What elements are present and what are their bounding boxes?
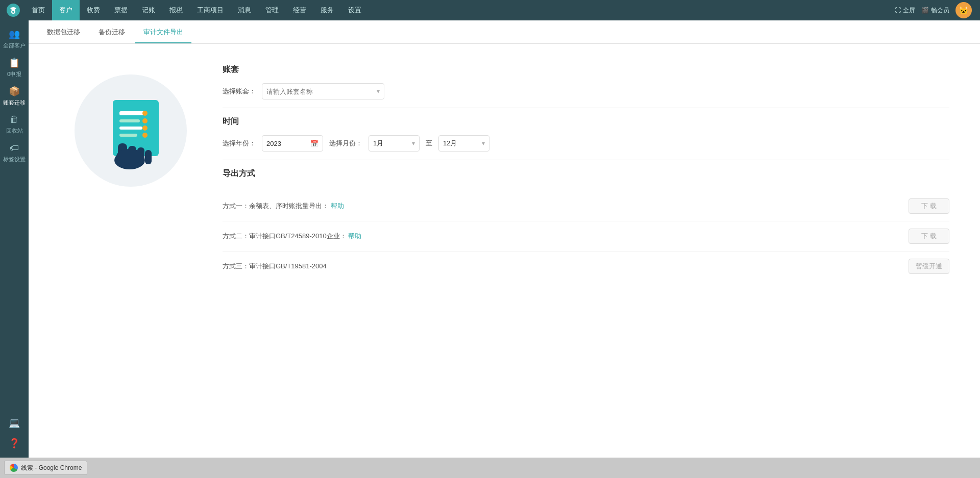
year-value: 2023 bbox=[266, 140, 281, 147]
svg-point-10 bbox=[142, 125, 148, 131]
nav-business[interactable]: 工商项目 bbox=[190, 0, 231, 20]
month-end-select[interactable]: 12月 ▾ bbox=[438, 135, 489, 152]
sidebar-item-migrate[interactable]: 📦 账套迁移 bbox=[0, 82, 29, 110]
tab-data-migrate[interactable]: 数据包迁移 bbox=[39, 22, 88, 43]
time-section-title: 时间 bbox=[223, 116, 949, 127]
svg-point-17 bbox=[116, 149, 143, 163]
sidebar-item-recycle[interactable]: 🗑 回收站 bbox=[0, 110, 29, 139]
export-method-2-label: 方式二：审计接口GB/T24589-2010企业： bbox=[223, 232, 347, 240]
svg-point-2 bbox=[12, 11, 14, 13]
export-method-1-help[interactable]: 帮助 bbox=[331, 202, 344, 210]
app-logo[interactable] bbox=[4, 1, 22, 19]
member-icon: 🎬 bbox=[921, 7, 929, 14]
illustration-svg bbox=[90, 85, 172, 177]
export-method-1-desc: 方式一：余额表、序时账批量导出： 帮助 bbox=[223, 202, 344, 211]
nav-items: 首页 客户 收费 票据 记账 报税 工商项目 消息 管理 经营 服务 设置 bbox=[24, 0, 895, 20]
taskbar: 线索 - Google Chrome bbox=[0, 458, 980, 478]
sidebar-bottom: 💻 ❓ bbox=[6, 415, 22, 458]
sidebar-item-tag-settings[interactable]: 🏷 标签设置 bbox=[0, 139, 29, 167]
svg-point-9 bbox=[142, 118, 148, 123]
account-row: 选择账套： ▾ bbox=[223, 83, 949, 99]
sidebar-bottom-icon-2[interactable]: ❓ bbox=[6, 435, 22, 451]
nav-bookkeeping[interactable]: 记账 bbox=[135, 0, 162, 20]
account-section-title: 账套 bbox=[223, 64, 949, 75]
nav-home[interactable]: 首页 bbox=[24, 0, 52, 20]
tag-icon: 🏷 bbox=[10, 143, 19, 154]
top-nav: 首页 客户 收费 票据 记账 报税 工商项目 消息 管理 经营 服务 设置 ⛶ … bbox=[0, 0, 980, 20]
tab-audit-export[interactable]: 审计文件导出 bbox=[135, 22, 191, 43]
illustration-circle bbox=[75, 74, 187, 187]
sidebar-bottom-icon-1[interactable]: 💻 bbox=[6, 415, 22, 431]
main-layout: 👥 全部客户 📋 0申报 📦 账套迁移 🗑 回收站 🏷 标签设置 💻 ❓ 数据包… bbox=[0, 20, 980, 458]
migrate-icon: 📦 bbox=[9, 86, 20, 97]
nav-manage[interactable]: 管理 bbox=[258, 0, 286, 20]
nav-service[interactable]: 服务 bbox=[313, 0, 341, 20]
month-end-value: 12月 bbox=[443, 139, 457, 148]
taskbar-label: 线索 - Google Chrome bbox=[21, 464, 82, 472]
nav-settings[interactable]: 设置 bbox=[341, 0, 369, 20]
clients-icon: 👥 bbox=[9, 29, 20, 40]
sidebar: 👥 全部客户 📋 0申报 📦 账套迁移 🗑 回收站 🏷 标签设置 💻 ❓ bbox=[0, 20, 29, 458]
svg-rect-6 bbox=[119, 127, 142, 130]
export-method-2-help[interactable]: 帮助 bbox=[348, 232, 361, 240]
temp-button[interactable]: 暂缓开通 bbox=[909, 259, 949, 274]
svg-rect-7 bbox=[119, 134, 137, 137]
account-label: 选择账套： bbox=[223, 87, 256, 96]
month-start-value: 1月 bbox=[373, 139, 383, 148]
download-button-2[interactable]: 下 载 bbox=[909, 229, 949, 244]
export-method-1: 方式一：余额表、序时账批量导出： 帮助 下 载 bbox=[223, 191, 949, 221]
nav-client[interactable]: 客户 bbox=[52, 0, 80, 20]
month-start-chevron-icon: ▾ bbox=[412, 140, 415, 147]
sidebar-item-all-clients[interactable]: 👥 全部客户 bbox=[0, 24, 29, 53]
export-method-3: 方式三：审计接口GB/T19581-2004 暂缓开通 bbox=[223, 251, 949, 281]
export-method-2-desc: 方式二：审计接口GB/T24589-2010企业： 帮助 bbox=[223, 232, 361, 241]
content-area: 数据包迁移 备份迁移 审计文件导出 bbox=[29, 20, 980, 458]
svg-point-8 bbox=[142, 111, 148, 116]
export-method-2: 方式二：审计接口GB/T24589-2010企业： 帮助 下 载 bbox=[223, 221, 949, 251]
taskbar-chrome-item[interactable]: 线索 - Google Chrome bbox=[4, 461, 87, 475]
nav-message[interactable]: 消息 bbox=[231, 0, 258, 20]
month-start-select[interactable]: 1月 ▾ bbox=[369, 135, 420, 152]
svg-rect-5 bbox=[119, 119, 140, 122]
svg-rect-16 bbox=[145, 150, 152, 164]
download-button-1[interactable]: 下 载 bbox=[909, 198, 949, 214]
chrome-icon bbox=[10, 464, 18, 472]
svg-rect-4 bbox=[119, 111, 145, 115]
nav-right: ⛶ 全屏 🎬 畅会员 🐱 bbox=[895, 2, 980, 18]
month-end-chevron-icon: ▾ bbox=[482, 140, 485, 147]
illustration-area bbox=[59, 64, 202, 437]
sidebar-item-zero-declare[interactable]: 📋 0申报 bbox=[0, 53, 29, 82]
separator: 至 bbox=[426, 139, 432, 148]
nav-fee[interactable]: 收费 bbox=[80, 0, 107, 20]
tab-bar: 数据包迁移 备份迁移 审计文件导出 bbox=[29, 20, 980, 44]
export-section: 方式一：余额表、序时账批量导出： 帮助 下 载 方式二：审计接口GB/T2458… bbox=[223, 191, 949, 281]
divider-2 bbox=[223, 160, 949, 160]
nav-invoice[interactable]: 票据 bbox=[107, 0, 135, 20]
export-method-3-label: 方式三：审计接口GB/T19581-2004 bbox=[223, 262, 327, 270]
year-label: 选择年份： bbox=[223, 139, 256, 148]
tab-backup-migrate[interactable]: 备份迁移 bbox=[90, 22, 133, 43]
svg-point-11 bbox=[142, 133, 148, 138]
account-input[interactable] bbox=[266, 88, 377, 95]
account-select[interactable]: ▾ bbox=[262, 83, 384, 99]
recycle-icon: 🗑 bbox=[10, 114, 19, 125]
declare-icon: 📋 bbox=[9, 57, 20, 68]
divider-1 bbox=[223, 108, 949, 108]
form-area: 账套 选择账套： ▾ 时间 选择年份： 2023 📅 bbox=[202, 64, 949, 437]
month-label: 选择月份： bbox=[329, 139, 362, 148]
export-method-3-desc: 方式三：审计接口GB/T19581-2004 bbox=[223, 262, 327, 271]
time-row: 选择年份： 2023 📅 选择月份： 1月 ▾ 至 12月 ▾ bbox=[223, 135, 949, 152]
nav-tax[interactable]: 报税 bbox=[162, 0, 190, 20]
nav-operation[interactable]: 经营 bbox=[286, 0, 313, 20]
avatar[interactable]: 🐱 bbox=[955, 2, 972, 18]
account-chevron-icon: ▾ bbox=[377, 88, 380, 95]
fullscreen-icon: ⛶ bbox=[895, 7, 901, 14]
calendar-icon: 📅 bbox=[310, 140, 318, 147]
export-section-title: 导出方式 bbox=[223, 168, 949, 179]
export-method-1-label: 方式一：余额表、序时账批量导出： bbox=[223, 202, 329, 210]
page-content: 账套 选择账套： ▾ 时间 选择年份： 2023 📅 bbox=[29, 44, 980, 458]
year-input[interactable]: 2023 📅 bbox=[262, 135, 323, 152]
fullscreen-button[interactable]: ⛶ 全屏 bbox=[895, 6, 915, 15]
member-button[interactable]: 🎬 畅会员 bbox=[921, 6, 949, 15]
